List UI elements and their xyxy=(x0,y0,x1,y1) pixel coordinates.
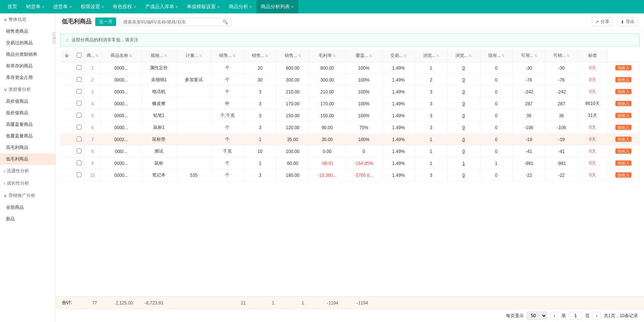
nav-sales[interactable]: 销货单 × xyxy=(22,0,49,13)
views1-link[interactable]: 0 xyxy=(462,77,465,83)
cell-views1[interactable]: 0 xyxy=(447,169,480,181)
cell-checkbox[interactable] xyxy=(74,157,84,169)
cell-checkbox[interactable] xyxy=(74,146,84,157)
nav-product-entry-close[interactable]: × xyxy=(176,4,178,9)
nav-goods-analysis-list[interactable]: 商品分析列表 × xyxy=(256,0,298,13)
views1-link[interactable]: 0 xyxy=(462,113,465,118)
nav-goods-analysis-list-close[interactable]: × xyxy=(291,4,294,9)
sidebar-item-low-coverage[interactable]: 低覆盖量商品 xyxy=(0,130,55,142)
share-btn[interactable]: ↗ 分享 xyxy=(592,17,613,26)
cell-checkbox[interactable] xyxy=(74,134,84,146)
sidebar-section-liquidity[interactable]: › 流通性分析 xyxy=(0,165,55,177)
select-all-checkbox[interactable] xyxy=(77,53,81,58)
nav-purchase-close[interactable]: × xyxy=(69,4,71,9)
sidebar-section-overall[interactable]: ∨ 整体信息 xyxy=(0,13,55,26)
views1-link[interactable]: 0 xyxy=(462,173,465,178)
chevron-down-icon: ∨ xyxy=(4,17,7,22)
cell-checkbox[interactable] xyxy=(74,122,84,134)
nav-template-close[interactable]: × xyxy=(217,4,220,9)
search-input[interactable] xyxy=(123,19,221,25)
page-number-input[interactable] xyxy=(569,312,582,319)
sidebar-item-in-stock[interactable]: 有库存的商品 xyxy=(0,60,55,72)
sidebar-item-traded-goods[interactable]: 交易过的商品 xyxy=(0,37,55,49)
nav-sales-close[interactable]: × xyxy=(42,4,44,9)
row-checkbox[interactable] xyxy=(77,160,81,165)
nav-purchase[interactable]: 进货单 × xyxy=(49,0,76,13)
views1-link[interactable]: 0 xyxy=(462,101,465,106)
nav-goods-analysis-close[interactable]: × xyxy=(250,4,252,9)
row-checkbox[interactable] xyxy=(77,77,81,82)
nav-product-entry[interactable]: 产成品入库单 × xyxy=(141,0,182,13)
cell-views1[interactable]: 0 xyxy=(447,146,480,157)
settings-icon[interactable]: ⚙ xyxy=(65,53,69,58)
cell-gross-rate: -164.85% xyxy=(345,157,382,169)
views1-link[interactable]: 0 xyxy=(462,89,465,95)
cell-views1[interactable]: 0 xyxy=(447,98,480,110)
row-checkbox[interactable] xyxy=(77,113,81,118)
row-checkbox[interactable] xyxy=(77,101,81,106)
cell-sale-price: 170.00 xyxy=(276,98,309,110)
cell-checkbox[interactable] xyxy=(74,62,84,74)
sidebar-section-cluster[interactable]: ∨ 类群量分析 xyxy=(0,83,55,96)
sidebar-item-high-value[interactable]: 高价值商品 xyxy=(0,96,55,107)
nav-perm-close[interactable]: × xyxy=(102,4,104,9)
sidebar-collapse-btn[interactable]: « xyxy=(52,32,56,44)
nav-goods-analysis[interactable]: 商品分析 × xyxy=(224,0,256,13)
sidebar-section-marketing[interactable]: ∨ 营销推广分析 xyxy=(0,189,55,202)
per-page-select[interactable]: 50 100 200 xyxy=(527,312,547,320)
cell-views1[interactable]: 0 xyxy=(447,134,480,146)
cell-sale-amount: 300.00 xyxy=(309,74,345,86)
cell-checkbox[interactable] xyxy=(74,86,84,98)
cell-views1[interactable]: 0 xyxy=(447,122,480,134)
nav-home[interactable]: 首页 xyxy=(3,0,22,13)
cell-views1[interactable]: 0 xyxy=(447,62,480,74)
cell-checkbox[interactable] xyxy=(74,169,84,181)
export-btn[interactable]: ⬇ 导出 xyxy=(617,17,638,26)
row-checkbox[interactable] xyxy=(77,172,81,177)
views1-link[interactable]: 0 xyxy=(462,149,465,154)
cell-checkbox[interactable] xyxy=(74,74,84,86)
cell-name: 吴细细1 xyxy=(141,74,176,86)
nav-role[interactable]: 角色授权 × xyxy=(108,0,140,13)
row-checkbox[interactable] xyxy=(77,149,81,153)
views1-link[interactable]: 0 xyxy=(462,137,465,142)
sidebar-section-growth[interactable]: › 成长性分析 xyxy=(0,177,55,189)
table-wrapper[interactable]: ⚙ 商...⇅ 商品名称⇅ 规格...⇅ 计量...⇅ 销售...⇅ 销售...… xyxy=(56,50,644,296)
cell-views1[interactable]: 0 xyxy=(447,86,480,98)
sidebar-item-high-coverage[interactable]: 高覆盖量商品 xyxy=(0,119,55,130)
footer-spacer1 xyxy=(169,300,199,306)
col-checkbox[interactable] xyxy=(74,50,84,62)
cell-views1[interactable]: 0 xyxy=(447,74,480,86)
views1-link[interactable]: 0 xyxy=(462,66,465,71)
cell-views1[interactable]: 0 xyxy=(447,110,480,122)
date-filter-btn[interactable]: 近一月 xyxy=(95,17,116,26)
row-checkbox[interactable] xyxy=(77,137,81,141)
search-icon[interactable]: 🔍 xyxy=(222,19,228,25)
col-settings[interactable]: ⚙ xyxy=(60,50,74,62)
row-checkbox[interactable] xyxy=(77,65,81,70)
sidebar-item-high-margin[interactable]: 高毛利商品 xyxy=(0,142,55,153)
cell-checkbox[interactable] xyxy=(74,98,84,110)
col-gross-rate: 毛利率⇅ xyxy=(309,50,345,62)
cell-views1[interactable]: 1 xyxy=(447,157,480,169)
sidebar-item-sales-goods[interactable]: 销售类商品 xyxy=(0,26,55,37)
nav-role-close[interactable]: × xyxy=(134,4,136,9)
cell-trade: 3 xyxy=(415,122,448,134)
sidebar-item-new-goods[interactable]: 新品 xyxy=(0,213,55,225)
row-checkbox[interactable] xyxy=(77,125,81,130)
sidebar-item-all-goods[interactable]: 全部商品 xyxy=(0,202,55,213)
nav-perm[interactable]: 权限设置 × xyxy=(76,0,108,13)
views1-link[interactable]: 1 xyxy=(462,161,465,166)
prev-page-btn[interactable]: ‹ xyxy=(550,312,558,319)
cell-spec xyxy=(176,62,211,74)
sidebar-item-stock-funds[interactable]: 库存资金占用 xyxy=(0,72,55,83)
nav-template[interactable]: 单据模板设置 × xyxy=(182,0,224,13)
sidebar-item-category-rate[interactable]: 商品分类助销率 xyxy=(0,49,55,60)
row-checkbox[interactable] xyxy=(77,89,81,94)
sidebar-item-low-margin[interactable]: 低毛利商品 xyxy=(0,153,55,165)
next-page-btn[interactable]: › xyxy=(593,312,601,319)
cell-checkbox[interactable] xyxy=(74,110,84,122)
views1-link[interactable]: 0 xyxy=(462,125,465,130)
sidebar-item-low-value[interactable]: 低价值商品 xyxy=(0,107,55,119)
cell-trade: 2 xyxy=(415,74,448,86)
